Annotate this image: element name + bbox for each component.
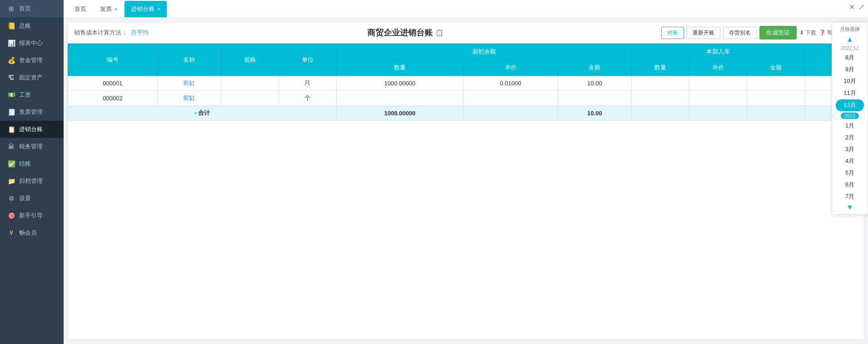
sidebar-label-tax: 税务管理 — [19, 143, 43, 151]
tab-purchase-sales[interactable]: 进销台账 × — [125, 1, 166, 17]
tab-home[interactable]: 首页 — [68, 1, 93, 17]
funds-icon: 💰 — [7, 57, 15, 64]
month-item-10[interactable]: 10月 — [832, 75, 868, 87]
checkout-icon: ✅ — [7, 160, 15, 167]
month-item-4[interactable]: 4月 — [832, 155, 868, 167]
sidebar-item-assets[interactable]: 🏗 固定资产 — [0, 69, 64, 86]
reopen-button[interactable]: 重新开账 — [687, 27, 720, 39]
vip-icon: V — [7, 230, 15, 236]
month-item-11[interactable]: 11月 — [832, 87, 868, 99]
download-icon: ⬇ — [799, 29, 804, 36]
col-name: 名称 — [157, 44, 221, 76]
month-panel-year-2022: 2022.12 — [841, 44, 859, 52]
ledger-icon: 📒 — [7, 22, 15, 29]
month-item-6[interactable]: 6月 — [832, 179, 868, 191]
summary-open-amount: 10.00 — [558, 106, 631, 121]
tab-invoice-close[interactable]: × — [115, 6, 117, 12]
table-wrap: 编号 名称 规格 单位 期初余额 本期入库 数 数量 单价 金额 数量 单价 — [68, 44, 864, 340]
cell-open-price-2 — [463, 91, 558, 106]
cost-method-value: 月平均 — [131, 29, 149, 37]
sidebar-label-reports: 报表中心 — [19, 39, 43, 47]
summary-icon: ▪ — [195, 110, 196, 116]
sidebar-label-assets: 固定资产 — [19, 74, 43, 82]
cell-open-qty-2 — [336, 91, 463, 106]
cell-in-qty-1 — [631, 76, 689, 91]
col-spec: 规格 — [221, 44, 279, 76]
close-button[interactable]: ✕ — [849, 3, 855, 11]
month-item-5[interactable]: 5月 — [832, 167, 868, 179]
guide-icon: 🎯 — [7, 212, 15, 219]
summary-row: ▪ 合计 1000.00000 10.00 — [68, 106, 864, 121]
cell-code-1: 000001 — [68, 76, 158, 91]
sidebar-item-tax[interactable]: 🏛 税务管理 — [0, 138, 64, 155]
month-item-3[interactable]: 3月 — [832, 143, 868, 155]
sidebar-item-checkout[interactable]: ✅ 结账 — [0, 155, 64, 172]
sidebar-item-funds[interactable]: 💰 资金管理 — [0, 52, 64, 69]
window-controls: ✕ ⤢ — [849, 3, 864, 11]
sidebar-item-settings[interactable]: ⚙ 设置 — [0, 190, 64, 207]
month-panel: 月份选择 ▲ 2022.12 8月 9月 10月 11月 12月 2023 1月… — [832, 22, 868, 215]
toolbar: 销售成本计算方法： 月平均 商贸企业进销台账 📋 对账 重新开账 存货别名 生成… — [68, 22, 864, 44]
sidebar-label-salary: 工资 — [19, 91, 31, 99]
tab-invoice-label: 发票 — [100, 5, 112, 13]
tab-home-label: 首页 — [75, 5, 86, 13]
col-unit: 单位 — [279, 44, 336, 76]
month-item-1[interactable]: 1月 — [832, 120, 868, 132]
tab-purchase-sales-close[interactable]: × — [157, 6, 160, 12]
reports-icon: 📊 — [7, 39, 15, 47]
archive-icon: 📁 — [7, 177, 15, 185]
generate-button[interactable]: 生成凭证 — [759, 26, 797, 39]
cell-open-price-1: 0.01000 — [463, 76, 558, 91]
cell-code-2: 000002 — [68, 91, 158, 106]
month-item-8[interactable]: 8月 — [832, 52, 868, 64]
page-title-text: 商贸企业进销台账 — [367, 27, 433, 38]
cell-open-amount-1: 10.00 — [558, 76, 631, 91]
sidebar-label-purchase-sales: 进销台账 — [19, 125, 43, 133]
tab-bar: 首页 发票 × 进销台账 × — [64, 0, 868, 18]
sidebar-item-purchase-sales[interactable]: 📋 进销台账 — [0, 121, 64, 138]
tax-icon: 🏛 — [7, 143, 15, 150]
month-item-7[interactable]: 7月 — [832, 191, 868, 202]
sidebar-item-vip[interactable]: V 畅会员 — [0, 224, 64, 241]
sidebar-item-guide[interactable]: 🎯 新手引导 — [0, 207, 64, 224]
col-opening-amount: 金额 — [558, 60, 631, 76]
summary-label: 合计 — [198, 109, 210, 116]
toolbar-left: 销售成本计算方法： 月平均 — [74, 29, 149, 37]
summary-label-cell: ▪ 合计 — [68, 106, 337, 121]
sidebar-label-settings: 设置 — [19, 194, 31, 202]
summary-open-price — [463, 106, 558, 121]
sidebar-label-guide: 新手引导 — [19, 211, 43, 220]
sidebar-item-home[interactable]: ⊞ 首页 — [0, 0, 64, 17]
cell-in-amount-1 — [747, 76, 804, 91]
month-panel-down[interactable]: ▼ — [846, 202, 853, 212]
purchase-sales-icon: 📋 — [7, 126, 15, 133]
cell-in-amount-2 — [747, 91, 804, 106]
col-code: 编号 — [68, 44, 158, 76]
save-as-button[interactable]: 存货别名 — [723, 27, 757, 39]
month-item-9[interactable]: 9月 — [832, 64, 868, 75]
sidebar-item-invoice-mgmt[interactable]: 🧾 发票管理 — [0, 103, 64, 121]
cell-open-qty-1: 1000.00000 — [336, 76, 463, 91]
help-icon: ❓ — [819, 29, 826, 36]
cost-method-label: 销售成本计算方法： — [74, 29, 127, 37]
col-in-qty: 数量 — [631, 60, 689, 76]
year-badge-2023: 2023 — [841, 113, 859, 119]
cell-in-price-2 — [689, 91, 747, 106]
cell-name-2: 前缸 — [157, 91, 221, 106]
month-item-2[interactable]: 2月 — [832, 132, 868, 143]
cell-spec-1 — [221, 76, 279, 91]
download-button[interactable]: ⬇ 下载 — [799, 29, 816, 37]
tab-invoice[interactable]: 发票 × — [94, 1, 124, 17]
sidebar-item-archive[interactable]: 📁 归档管理 — [0, 172, 64, 190]
tab-purchase-sales-label: 进销台账 — [131, 5, 155, 13]
month-item-12[interactable]: 12月 — [836, 99, 864, 111]
maximize-button[interactable]: ⤢ — [858, 3, 864, 11]
sidebar-item-ledger[interactable]: 📒 总账 — [0, 17, 64, 34]
summary-open-qty: 1000.00000 — [336, 106, 463, 121]
settings-icon: ⚙ — [7, 195, 15, 202]
sidebar-item-reports[interactable]: 📊 报表中心 — [0, 34, 64, 52]
page-title: 商贸企业进销台账 📋 — [149, 27, 661, 38]
month-panel-up[interactable]: ▲ — [846, 34, 853, 44]
reconcile-button[interactable]: 对账 — [661, 27, 684, 39]
sidebar-item-salary[interactable]: 💵 工资 — [0, 86, 64, 103]
